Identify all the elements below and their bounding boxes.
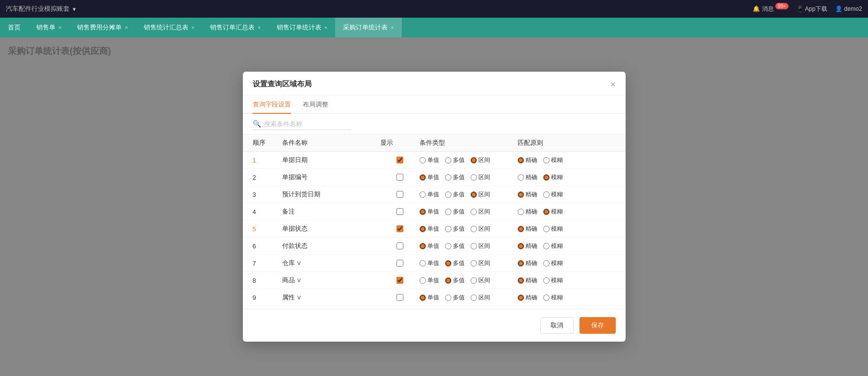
row-condition-type: 单值 多值 区间 [420, 225, 518, 233]
row-name: 付款状态 [282, 242, 380, 250]
modal-footer: 取消 保存 [243, 309, 626, 342]
cancel-button[interactable]: 取消 [540, 317, 574, 334]
row-match-rule: 精确 模糊 [518, 259, 616, 268]
row-condition-type: 单值 多值 区间 [420, 208, 518, 216]
row-name: 备注 [282, 207, 380, 216]
row-num: 4 [253, 208, 282, 215]
col-name: 条件名称 [282, 138, 380, 147]
row-display-checkbox[interactable] [380, 191, 420, 198]
page-background: 采购订单统计表(按供应商) 设置查询区域布局 × 查询字段设置 布局调整 🔍 [0, 37, 868, 376]
modal-overlay: 设置查询区域布局 × 查询字段设置 布局调整 🔍 顺序 条件名称 显示 条件 [0, 37, 868, 376]
row-match-rule: 精确 模糊 [518, 156, 616, 164]
row-name: 单据日期 [282, 156, 380, 164]
row-name: 属性 ∨ [282, 293, 380, 302]
app-download-btn[interactable]: 📱 App下载 [796, 5, 827, 13]
nav-home[interactable]: 首页 [0, 18, 28, 37]
row-display-checkbox[interactable] [380, 260, 420, 267]
row-name: 商品 ∨ [282, 276, 380, 285]
row-match-rule: 精确 模糊 [518, 190, 616, 199]
table-row: 7 仓库 ∨ 单值 多值 区间 精确 模糊 [243, 255, 626, 272]
nav-sales-stat[interactable]: 销售统计汇总表 × [136, 18, 202, 37]
table-row: 5 单据状态 单值 多值 区间 精确 模糊 [243, 220, 626, 238]
search-icon: 🔍 [253, 120, 261, 128]
table-row: 3 预计到货日期 单值 多值 区间 精确 模糊 [243, 186, 626, 203]
col-order: 顺序 [253, 138, 282, 147]
nav-sales-order-sum[interactable]: 销售订单汇总表 × [202, 18, 268, 37]
row-condition-type: 单值 多值 区间 [420, 259, 518, 268]
row-match-rule: 精确 模糊 [518, 276, 616, 285]
row-display-checkbox[interactable] [380, 225, 420, 232]
nav-bar: 首页 销售单 × 销售费用分摊单 × 销售统计汇总表 × 销售订单汇总表 × 销… [0, 18, 868, 37]
modal-close-button[interactable]: × [610, 80, 616, 89]
table-row: 1 单据日期 单值 多值 区间 精确 模糊 [243, 152, 626, 169]
col-condition-type: 条件类型 [420, 138, 518, 147]
row-display-checkbox[interactable] [380, 174, 420, 181]
tab-query-fields[interactable]: 查询字段设置 [253, 95, 291, 114]
search-input[interactable] [264, 120, 338, 128]
row-num: 7 [253, 260, 282, 267]
messages-btn[interactable]: 🔔 消息 99+ [753, 5, 789, 13]
col-display: 显示 [380, 138, 420, 147]
row-condition-type: 单值 多值 区间 [420, 242, 518, 250]
table-row: 2 单据编号 单值 多值 区间 精确 模糊 [243, 169, 626, 186]
row-num: 8 [253, 277, 282, 284]
save-button[interactable]: 保存 [579, 317, 616, 334]
row-num: 1 [253, 157, 282, 164]
table-row: 6 付款状态 单值 多值 区间 精确 模糊 [243, 238, 626, 255]
search-input-wrap: 🔍 [253, 120, 351, 130]
modal: 设置查询区域布局 × 查询字段设置 布局调整 🔍 顺序 条件名称 显示 条件 [243, 72, 626, 342]
row-condition-type: 单值 多值 区间 [420, 156, 518, 164]
table-row: 8 商品 ∨ 单值 多值 区间 精确 模糊 [243, 272, 626, 289]
row-num: 9 [253, 294, 282, 301]
nav-sales-fee[interactable]: 销售费用分摊单 × [69, 18, 135, 37]
top-bar: 汽车配件行业模拟账套 ▾ 🔔 消息 99+ 📱 App下载 👤 demo2 [0, 0, 868, 18]
app-name: 汽车配件行业模拟账套 ▾ [6, 4, 76, 13]
modal-header: 设置查询区域布局 × [243, 72, 626, 95]
row-match-rule: 精确 模糊 [518, 294, 616, 302]
user-avatar[interactable]: 👤 demo2 [835, 5, 862, 12]
row-name: 单据状态 [282, 224, 380, 233]
modal-title: 设置查询区域布局 [253, 80, 312, 89]
table-body: 1 单据日期 单值 多值 区间 精确 模糊 2 [243, 152, 626, 309]
row-display-checkbox[interactable] [380, 208, 420, 215]
row-num: 3 [253, 191, 282, 198]
row-condition-type: 单值 多值 区间 [420, 173, 518, 182]
modal-tabs: 查询字段设置 布局调整 [243, 95, 626, 114]
row-name: 预计到货日期 [282, 190, 380, 199]
row-match-rule: 精确 模糊 [518, 208, 616, 216]
row-condition-type: 单值 多值 区间 [420, 190, 518, 199]
nav-sales-order-stat[interactable]: 销售订单统计表 × [269, 18, 335, 37]
search-bar: 🔍 [243, 114, 626, 134]
row-match-rule: 精确 模糊 [518, 242, 616, 250]
row-match-rule: 精确 模糊 [518, 173, 616, 182]
row-name: 单据编号 [282, 173, 380, 182]
row-display-checkbox[interactable] [380, 242, 420, 249]
row-name: 仓库 ∨ [282, 259, 380, 268]
row-display-checkbox[interactable] [380, 294, 420, 301]
nav-sales-order[interactable]: 销售单 × [28, 18, 69, 37]
tab-layout-adjust[interactable]: 布局调整 [303, 95, 328, 114]
col-match-rule: 匹配原则 [518, 138, 616, 147]
nav-purchase-order-stat[interactable]: 采购订单统计表 × [335, 18, 401, 37]
table-row: 4 备注 单值 多值 区间 精确 模糊 [243, 203, 626, 220]
row-num: 6 [253, 242, 282, 250]
row-display-checkbox[interactable] [380, 157, 420, 163]
row-condition-type: 单值 多值 区间 [420, 294, 518, 302]
table-header: 顺序 条件名称 显示 条件类型 匹配原则 [243, 134, 626, 152]
row-num: 2 [253, 174, 282, 181]
row-display-checkbox[interactable] [380, 277, 420, 284]
row-match-rule: 精确 模糊 [518, 225, 616, 233]
table-row: 9 属性 ∨ 单值 多值 区间 精确 模糊 [243, 289, 626, 306]
row-condition-type: 单值 多值 区间 [420, 276, 518, 285]
top-bar-right: 🔔 消息 99+ 📱 App下载 👤 demo2 [753, 5, 862, 13]
row-num: 5 [253, 225, 282, 233]
